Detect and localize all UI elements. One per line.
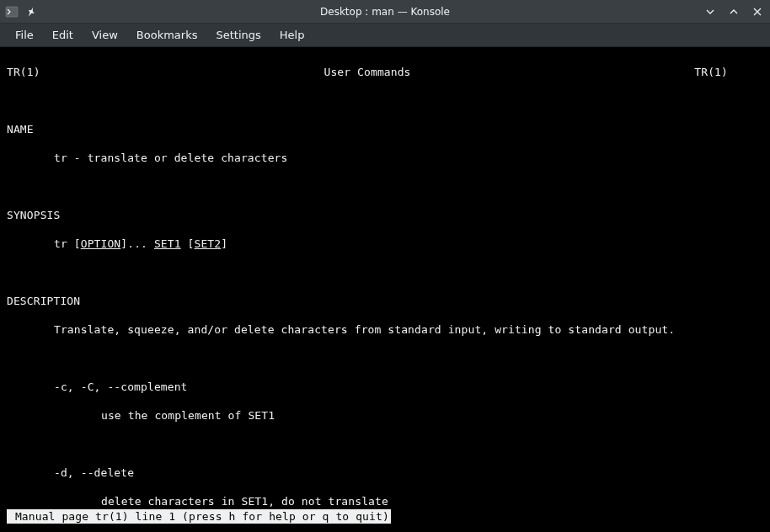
terminal-viewport[interactable]: TR(1)User CommandsTR(1) NAME tr - transl… [0, 47, 770, 532]
window-title: Desktop : man — Konsole [0, 6, 770, 18]
section-description: DESCRIPTION [7, 294, 770, 308]
minimize-button[interactable] [703, 4, 718, 19]
section-synopsis: SYNOPSIS [7, 208, 770, 222]
menu-edit[interactable]: Edit [44, 25, 82, 45]
svg-rect-0 [6, 7, 18, 17]
maximize-button[interactable] [726, 4, 741, 19]
section-name: NAME [7, 122, 770, 136]
opt-d: -d, --delete [54, 466, 770, 480]
man-header-right: TR(1) [694, 65, 728, 79]
window-titlebar: Desktop : man — Konsole [0, 0, 770, 24]
close-button[interactable] [750, 4, 765, 19]
menu-file[interactable]: File [7, 25, 42, 45]
app-icon [5, 5, 19, 19]
pin-icon[interactable] [24, 5, 37, 19]
menu-view[interactable]: View [83, 25, 126, 45]
opt-d-desc: delete characters in SET1, do not transl… [101, 494, 770, 508]
opt-c-desc: use the complement of SET1 [101, 408, 770, 423]
description-line: Translate, squeeze, and/or delete charac… [54, 322, 770, 337]
name-line: tr - translate or delete characters [54, 151, 770, 165]
menu-settings[interactable]: Settings [207, 25, 269, 45]
man-header-left: TR(1) [7, 65, 40, 79]
synopsis-line: tr [OPTION]... SET1 [SET2] [54, 237, 770, 251]
menu-help[interactable]: Help [271, 25, 313, 45]
pager-status: Manual page tr(1) line 1 (press h for he… [7, 509, 391, 524]
menu-bookmarks[interactable]: Bookmarks [128, 25, 206, 45]
opt-c: -c, -C, --complement [54, 380, 770, 394]
menubar: File Edit View Bookmarks Settings Help [0, 24, 770, 47]
man-header-center: User Commands [324, 65, 410, 79]
